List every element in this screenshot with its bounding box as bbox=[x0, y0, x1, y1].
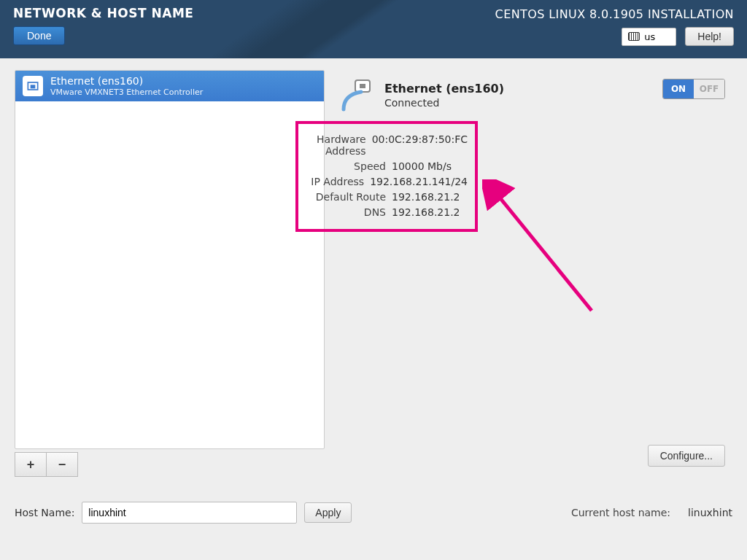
detail-hw-label: Hardware Address bbox=[306, 133, 366, 157]
detail-speed-value: 10000 Mb/s bbox=[392, 160, 468, 172]
install-title: CENTOS LINUX 8.0.1905 INSTALLATION bbox=[495, 7, 734, 21]
nic-list[interactable]: Ethernet (ens160) VMware VMXNET3 Etherne… bbox=[15, 70, 325, 449]
detail-row-speed: Speed 10000 Mb/s bbox=[306, 160, 468, 172]
svg-line-4 bbox=[497, 194, 592, 311]
add-nic-button[interactable]: + bbox=[15, 452, 47, 477]
detail-dns-value: 192.168.21.2 bbox=[392, 206, 468, 218]
svg-rect-1 bbox=[31, 85, 36, 88]
detail-status: Connected bbox=[384, 97, 504, 109]
nic-subtitle: VMware VMXNET3 Ethernet Controller bbox=[50, 88, 203, 97]
detail-title: Ethernet (ens160) bbox=[384, 82, 504, 96]
apply-button[interactable]: Apply bbox=[304, 502, 352, 523]
current-host-label: Current host name: bbox=[571, 507, 670, 518]
nic-name: Ethernet (ens160) bbox=[50, 75, 203, 88]
ethernet-icon bbox=[23, 76, 43, 96]
detail-hw-value: 00:0C:29:87:50:FC bbox=[372, 133, 468, 157]
annotation-arrow-icon bbox=[482, 179, 599, 325]
highlight-box: Hardware Address 00:0C:29:87:50:FC Speed… bbox=[295, 121, 478, 232]
header-right: CENTOS LINUX 8.0.1905 INSTALLATION us He… bbox=[495, 7, 734, 46]
svg-rect-3 bbox=[360, 84, 365, 88]
done-button[interactable]: Done bbox=[13, 26, 65, 45]
configure-button[interactable]: Configure... bbox=[648, 445, 725, 467]
ethernet-large-icon bbox=[339, 77, 374, 112]
keyboard-layout-selector[interactable]: us bbox=[622, 28, 676, 46]
current-host-value: linuxhint bbox=[688, 507, 732, 518]
detail-speed-label: Speed bbox=[306, 160, 386, 172]
detail-route-label: Default Route bbox=[306, 191, 386, 203]
remove-nic-button[interactable]: − bbox=[46, 452, 78, 477]
keyboard-layout-label: us bbox=[644, 31, 655, 42]
toggle-on-label: ON bbox=[663, 79, 694, 98]
keyboard-icon bbox=[628, 32, 640, 41]
detail-row-hw: Hardware Address 00:0C:29:87:50:FC bbox=[306, 133, 468, 157]
nic-list-item[interactable]: Ethernet (ens160) VMware VMXNET3 Etherne… bbox=[15, 71, 324, 101]
detail-dns-label: DNS bbox=[306, 206, 386, 218]
detail-row-route: Default Route 192.168.21.2 bbox=[306, 191, 468, 203]
connection-toggle[interactable]: ON OFF bbox=[662, 79, 725, 99]
detail-row-dns: DNS 192.168.21.2 bbox=[306, 206, 468, 218]
detail-ip-label: IP Address bbox=[306, 176, 364, 187]
header-bar: NETWORK & HOST NAME Done CENTOS LINUX 8.… bbox=[0, 0, 747, 58]
detail-route-value: 192.168.21.2 bbox=[392, 191, 468, 203]
detail-ip-value: 192.168.21.141/24 bbox=[370, 176, 468, 187]
help-button[interactable]: Help! bbox=[685, 27, 734, 46]
detail-row-ip: IP Address 192.168.21.141/24 bbox=[306, 176, 468, 187]
hostname-input[interactable] bbox=[82, 502, 297, 524]
toggle-off-label: OFF bbox=[694, 79, 724, 98]
hostname-label: Host Name: bbox=[15, 507, 74, 518]
